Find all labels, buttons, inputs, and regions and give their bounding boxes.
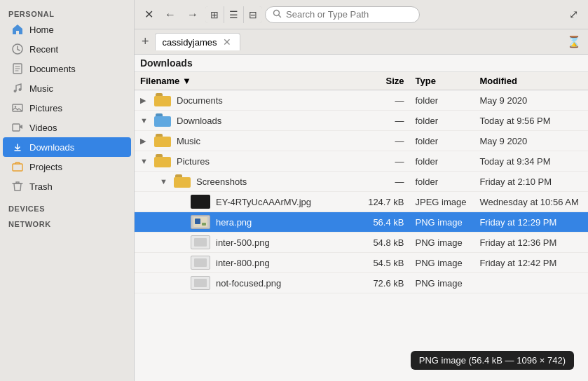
table-row[interactable]: not-focused.png 72.6 kB PNG image [135, 273, 588, 293]
file-icon [191, 276, 210, 290]
file-size: — [352, 90, 410, 111]
maximize-button[interactable]: ⤢ [565, 5, 582, 24]
sidebar-item-home[interactable]: Home [3, 20, 131, 39]
expand-arrow[interactable]: ▼ [140, 116, 149, 125]
forward-button[interactable]: → [183, 6, 203, 24]
view-list-button[interactable]: ☰ [224, 6, 243, 23]
file-size: — [352, 111, 410, 131]
expand-arrow[interactable]: ▼ [140, 157, 149, 165]
file-name: not-focused.png [216, 278, 281, 289]
tab-cassidyjames[interactable]: cassidyjames ✕ [155, 33, 240, 50]
search-input[interactable] [286, 9, 412, 20]
col-type[interactable]: Type [409, 72, 474, 90]
file-icon [154, 93, 171, 107]
sidebar-item-projects[interactable]: Projects [3, 157, 131, 176]
sidebar-devices-label: Devices [0, 200, 134, 214]
music-icon [11, 82, 24, 95]
table-row[interactable]: ▶ Documents — folder May 9 2020 [135, 90, 588, 111]
sidebar-item-trash[interactable]: Trash [3, 176, 131, 196]
table-row[interactable]: inter-500.png 54.8 kB PNG image Friday a… [135, 233, 588, 253]
tab-close-button[interactable]: ✕ [221, 36, 233, 48]
file-icon [191, 256, 210, 270]
search-bar [265, 6, 420, 23]
tab-add-button[interactable]: + [137, 33, 153, 50]
file-size: — [352, 151, 410, 172]
file-size: 54.5 kB [352, 253, 410, 273]
sidebar-item-projects-label: Projects [29, 162, 62, 172]
file-icon [191, 215, 210, 229]
sidebar-item-home-label: Home [29, 25, 54, 35]
file-size: 124.7 kB [352, 192, 410, 212]
sidebar-item-pictures[interactable]: Pictures [3, 98, 131, 118]
file-size: 72.6 kB [352, 273, 410, 293]
svg-point-3 [19, 88, 22, 91]
pictures-icon [11, 102, 24, 114]
close-button[interactable]: ✕ [140, 5, 158, 24]
col-size[interactable]: Size [352, 72, 410, 90]
toolbar: ✕ ← → ⊞ ☰ ⊟ ⤢ [135, 0, 588, 29]
file-modified: May 9 2020 [474, 131, 588, 151]
file-icon [191, 235, 210, 249]
sidebar-item-videos-label: Videos [29, 123, 57, 133]
file-name: EY-4RTyUcAAArMV.jpg [216, 197, 311, 207]
file-type: PNG image [409, 212, 474, 233]
file-name: inter-800.png [216, 258, 270, 268]
view-cols-button[interactable]: ⊟ [244, 6, 262, 23]
sidebar-item-videos[interactable]: Videos [3, 118, 131, 137]
file-name: Music [177, 136, 200, 146]
sidebar: Personal Home Recent Documents [0, 0, 135, 381]
file-type: PNG image [409, 273, 474, 293]
sidebar-item-music[interactable]: Music [3, 78, 131, 98]
svg-rect-6 [13, 124, 20, 131]
file-modified: Friday at 12:29 PM [474, 212, 588, 233]
file-type: folder [409, 172, 474, 192]
back-button[interactable]: ← [160, 6, 180, 24]
file-modified: May 9 2020 [474, 90, 588, 111]
tab-history-button[interactable]: ⌛ [563, 34, 585, 50]
svg-rect-8 [13, 164, 22, 171]
table-row[interactable]: ▼ Pictures — folder Today at 9:34 PM [135, 151, 588, 172]
expand-arrow[interactable]: ▶ [140, 96, 149, 105]
breadcrumb[interactable]: Downloads [140, 57, 193, 69]
file-icon [174, 174, 191, 188]
table-row[interactable]: ▼ Screenshots — folder Friday at 2:10 PM [135, 172, 588, 192]
expand-arrow[interactable]: ▶ [140, 137, 149, 146]
file-icon [191, 195, 210, 209]
table-row[interactable]: hera.png 56.4 kB PNG image Friday at 12:… [135, 212, 588, 233]
sidebar-item-recent[interactable]: Recent [3, 39, 131, 59]
home-icon [11, 23, 24, 36]
view-buttons: ⊞ ☰ ⊟ [205, 6, 262, 23]
file-modified: Friday at 12:36 PM [474, 233, 588, 253]
main-panel: ✕ ← → ⊞ ☰ ⊟ ⤢ + cassidyjames ✕ ⌛ [135, 0, 588, 381]
file-modified: Friday at 2:10 PM [474, 172, 588, 192]
table-row[interactable]: inter-800.png 54.5 kB PNG image Friday a… [135, 253, 588, 273]
table-row[interactable]: EY-4RTyUcAAArMV.jpg 124.7 kB JPEG image … [135, 192, 588, 212]
file-table: Filename ▼ Size Type Modified ▶ Document… [135, 72, 588, 381]
file-type: folder [409, 131, 474, 151]
sidebar-item-documents[interactable]: Documents [3, 59, 131, 78]
projects-icon [11, 160, 24, 173]
view-grid-button[interactable]: ⊞ [205, 6, 224, 23]
expand-arrow[interactable]: ▼ [160, 177, 168, 186]
file-type: folder [409, 151, 474, 172]
sidebar-item-recent-label: Recent [29, 44, 58, 55]
col-modified[interactable]: Modified [474, 72, 588, 90]
file-modified: Friday at 12:42 PM [474, 253, 588, 273]
breadcrumb-bar: Downloads [135, 55, 588, 72]
file-size: — [352, 172, 410, 192]
table-row[interactable]: ▼ Downloads — folder Today at 9:56 PM [135, 111, 588, 131]
table-row[interactable]: ▶ Music — folder May 9 2020 [135, 131, 588, 151]
tab-label: cassidyjames [163, 37, 217, 48]
trash-icon [11, 180, 24, 193]
sidebar-item-music-label: Music [29, 83, 53, 94]
file-type: folder [409, 111, 474, 131]
file-type: PNG image [409, 233, 474, 253]
file-name: Documents [177, 95, 223, 106]
recent-icon [11, 43, 24, 55]
col-filename[interactable]: Filename ▼ [135, 72, 352, 90]
file-icon [154, 154, 171, 168]
file-size: 54.8 kB [352, 233, 410, 253]
sidebar-item-downloads[interactable]: Downloads [3, 137, 131, 157]
file-type: JPEG image [409, 192, 474, 212]
file-name: Downloads [177, 116, 221, 126]
